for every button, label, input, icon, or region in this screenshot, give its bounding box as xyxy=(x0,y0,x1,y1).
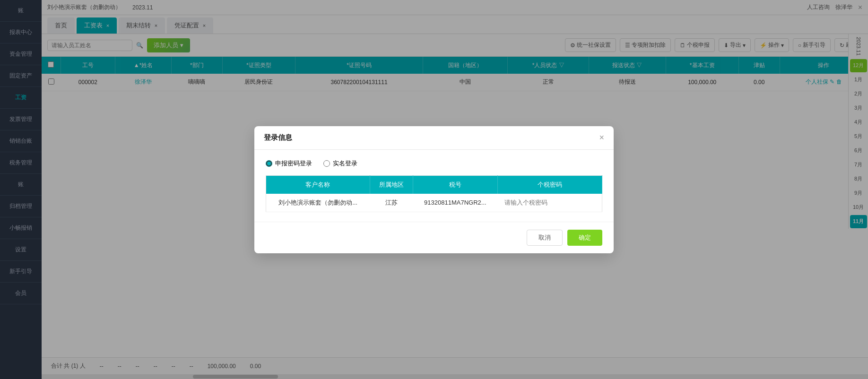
modal-close-button[interactable]: × xyxy=(599,133,604,143)
modal-cell-name: 刘小艳演示账套（勿删勿动... xyxy=(266,194,370,212)
confirm-button[interactable]: 确定 xyxy=(567,230,602,246)
tax-password-input[interactable] xyxy=(504,199,595,206)
login-info-table: 客户名称 所属地区 税号 个税密码 刘小艳演示账套（勿删勿动... 江苏 913… xyxy=(266,175,602,212)
modal-overlay: 登录信息 × 申报密码登录 实名登录 客户名称 所属地 xyxy=(0,0,868,379)
radio-password-input[interactable] xyxy=(266,160,272,167)
login-info-modal: 登录信息 × 申报密码登录 实名登录 客户名称 所属地 xyxy=(254,126,614,253)
modal-body: 申报密码登录 实名登录 客户名称 所属地区 税号 个税密码 xyxy=(254,150,614,222)
modal-col-name: 客户名称 xyxy=(266,175,370,194)
login-type-radio-group: 申报密码登录 实名登录 xyxy=(266,159,602,168)
radio-realname-login[interactable]: 实名登录 xyxy=(323,159,357,168)
cancel-button[interactable]: 取消 xyxy=(527,230,563,246)
modal-col-region: 所属地区 xyxy=(370,175,413,194)
modal-table-row: 刘小艳演示账套（勿删勿动... 江苏 91320811MA7NGR2... xyxy=(266,194,602,212)
radio-password-login[interactable]: 申报密码登录 xyxy=(266,159,312,168)
modal-cell-tax-no: 91320811MA7NGR2... xyxy=(413,194,497,212)
modal-title: 登录信息 xyxy=(264,133,292,142)
modal-footer: 取消 确定 xyxy=(254,222,614,253)
radio-realname-input[interactable] xyxy=(323,160,330,167)
modal-col-tax-no: 税号 xyxy=(413,175,497,194)
modal-cell-password[interactable] xyxy=(498,194,602,212)
modal-col-password: 个税密码 xyxy=(498,175,602,194)
modal-cell-region: 江苏 xyxy=(370,194,413,212)
modal-header: 登录信息 × xyxy=(254,126,614,150)
